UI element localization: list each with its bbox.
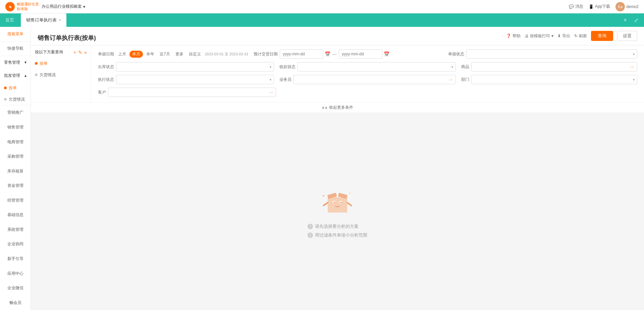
sidebar-search[interactable]: 搜索菜单 xyxy=(0,27,31,42)
sidebar-wholesale-section: 批发管理 ▴ 按单 欠货情况 xyxy=(0,69,31,105)
search-menu-label: 搜索菜单 xyxy=(7,31,23,37)
status-label: 单据状态 xyxy=(448,51,464,57)
svg-text:✦: ✦ xyxy=(322,193,325,198)
print-btn[interactable]: 🖨 按模板打印 ▾ xyxy=(525,33,553,39)
exec-select-wrapper: ▾ xyxy=(116,75,274,84)
customer-dots-icon: ··· xyxy=(269,90,273,95)
app-download-action[interactable]: 📱 App下载 xyxy=(589,4,610,9)
query-btn[interactable]: 查询 xyxy=(591,31,613,41)
header-left: 畅 畅捷通好生意 标准版 办公用品行业模拟账套 ▾ xyxy=(5,2,85,11)
sidebar-item-retail[interactable]: 零售管理 ▾ xyxy=(0,56,31,69)
expected-date-end[interactable] xyxy=(339,49,382,59)
active-dot xyxy=(4,87,7,89)
empty-text-item-2: 2 用过滤条件来缩小分析范围 xyxy=(308,231,367,240)
sidebar-item-appstore[interactable]: 应用中心 xyxy=(0,266,31,281)
sidebar-item-wholesale[interactable]: 批发管理 ▴ xyxy=(0,69,31,82)
date-tab-custom[interactable]: 自定义 xyxy=(187,51,203,58)
customer-filter: 客户 ··· xyxy=(98,88,276,97)
help-label: 帮助 xyxy=(513,33,521,39)
shipping-label: 出库状态 xyxy=(98,64,114,70)
sidebar-item-purchase[interactable]: 采购管理 xyxy=(0,149,31,164)
tab-active[interactable]: 销售订单执行表 × xyxy=(21,13,66,27)
customer-input[interactable]: ··· xyxy=(108,88,276,97)
sidebar-item-newbie[interactable]: 新手引导 xyxy=(0,252,31,266)
shipping-select[interactable] xyxy=(116,62,274,71)
sidebar-item-ecommerce[interactable]: 电商管理 xyxy=(0,135,31,149)
exec-select[interactable] xyxy=(116,75,274,84)
date-tab-7days[interactable]: 近7天 xyxy=(158,51,172,58)
sidebar-item-base[interactable]: 基础信息 xyxy=(0,208,31,222)
dept-select[interactable] xyxy=(471,75,637,84)
empty-state: ✦ ✦ ✦ 1 请先选择要分析的方案 2 用过滤条件来缩小分析范围 xyxy=(31,112,644,310)
sidebar-item-sales[interactable]: 销售管理 xyxy=(0,120,31,135)
calendar-icon-start[interactable]: 📅 xyxy=(325,51,330,57)
expected-date-start[interactable] xyxy=(280,49,323,59)
message-label: 消息 xyxy=(575,4,583,9)
print-label: 按模板打印 xyxy=(530,33,550,39)
user-area[interactable]: Ea demo2 xyxy=(615,2,639,11)
refresh-label: 刷新 xyxy=(579,33,587,39)
scheme-item-欠货[interactable]: 欠货情况 xyxy=(31,69,91,81)
sidebar-item-wechat[interactable]: 企业微信 xyxy=(0,281,31,296)
scheme-panel: 按以下方案查询 + ✎ « 按单 欠货情况 xyxy=(31,45,91,102)
shipping-filter: 出库状态 ▾ xyxy=(98,62,274,71)
salesperson-dots-icon: ··· xyxy=(449,77,453,82)
goods-input[interactable]: ··· xyxy=(471,62,637,71)
dept-select-wrapper: ▾ xyxy=(471,75,637,84)
sidebar-item-member[interactable]: 畅会员 xyxy=(0,295,31,310)
sidebar-quick-nav[interactable]: 快捷导航 xyxy=(0,42,31,56)
settings-btn[interactable]: 设置 xyxy=(617,31,637,41)
scheme-label: 按以下方案查询 xyxy=(35,49,63,55)
window-expand-btn[interactable]: ⤢ xyxy=(632,16,640,24)
sidebar: 搜索菜单 快捷导航 零售管理 ▾ 批发管理 ▴ 按单 欠货情况 营销推广 销售管… xyxy=(0,27,31,310)
logo-area: 畅 畅捷通好生意 标准版 xyxy=(5,2,39,11)
sidebar-sub-按单[interactable]: 按单 xyxy=(0,82,31,94)
date-label: 单据日期 xyxy=(98,51,114,57)
scheme-active-dot xyxy=(35,62,38,65)
collapse-btn[interactable]: ∧∧ 收起更多条件 xyxy=(322,105,353,110)
page-header: 销售订单执行表(按单) ❓ 帮助 🖨 按模板打印 ▾ ⬇ 导出 ↻ 刷新 xyxy=(31,27,644,45)
date-tab-this-year[interactable]: 本年 xyxy=(144,51,156,58)
svg-text:✦: ✦ xyxy=(348,192,351,195)
help-btn[interactable]: ❓ 帮助 xyxy=(506,33,521,39)
scheme-inactive-dot xyxy=(35,73,38,76)
salesperson-input[interactable]: ··· xyxy=(293,75,455,84)
payment-select[interactable] xyxy=(298,62,455,71)
scheme-collapse-btn[interactable]: « xyxy=(84,50,87,55)
sidebar-item-inventory[interactable]: 库存核算 xyxy=(0,164,31,178)
export-btn[interactable]: ⬇ 导出 xyxy=(557,33,570,39)
sidebar-sub-欠货情况[interactable]: 欠货情况 xyxy=(0,94,31,105)
scheme-add-btn[interactable]: + xyxy=(73,50,76,55)
export-label: 导出 xyxy=(562,33,570,39)
window-close-btn[interactable]: × xyxy=(621,16,629,24)
tab-home[interactable]: 首页 xyxy=(0,13,19,27)
breadcrumb-dropdown[interactable]: 办公用品行业模拟账套 ▾ xyxy=(42,4,85,9)
date-divider: — xyxy=(332,52,337,57)
calendar-icon-end[interactable]: 📅 xyxy=(384,51,389,57)
sidebar-item-finance[interactable]: 资金管理 xyxy=(0,178,31,193)
empty-text-1: 请先选择要分析的方案 xyxy=(315,222,359,231)
status-select[interactable] xyxy=(466,49,637,59)
sidebar-item-marketing[interactable]: 营销推广 xyxy=(0,105,31,120)
scheme-edit-btn[interactable]: ✎ xyxy=(78,50,82,55)
sidebar-item-system[interactable]: 系统管理 xyxy=(0,222,31,237)
page-title: 销售订单执行表(按单) xyxy=(38,34,96,42)
content-area: 销售订单执行表(按单) ❓ 帮助 🖨 按模板打印 ▾ ⬇ 导出 ↻ 刷新 xyxy=(31,27,644,310)
message-action[interactable]: 💬 消息 xyxy=(569,4,583,9)
date-tab-more[interactable]: 更多 xyxy=(173,51,185,58)
sidebar-item-operations[interactable]: 经营管理 xyxy=(0,193,31,208)
sidebar-item-enterprise[interactable]: 企业协同 xyxy=(0,237,31,252)
collapse-bar: ∧∧ 收起更多条件 xyxy=(31,102,644,112)
scheme-header: 按以下方案查询 + ✎ « xyxy=(31,49,91,58)
help-icon: ❓ xyxy=(506,34,511,38)
salesperson-filter: 业务员 ··· xyxy=(279,75,455,84)
date-tab-last-month[interactable]: 上月 xyxy=(116,51,128,58)
date-tab-this-month[interactable]: 本月 xyxy=(129,51,143,58)
filter-row-3: 执行状态 ▾ 业务员 ··· xyxy=(98,75,637,84)
quick-nav-label: 快捷导航 xyxy=(7,46,23,51)
refresh-btn[interactable]: ↻ 刷新 xyxy=(574,33,587,39)
scheme-item-按单[interactable]: 按单 xyxy=(31,58,91,69)
breadcrumb-arrow: ▾ xyxy=(83,4,85,9)
dept-label: 部门 xyxy=(461,77,469,83)
tab-close-icon[interactable]: × xyxy=(59,18,61,22)
